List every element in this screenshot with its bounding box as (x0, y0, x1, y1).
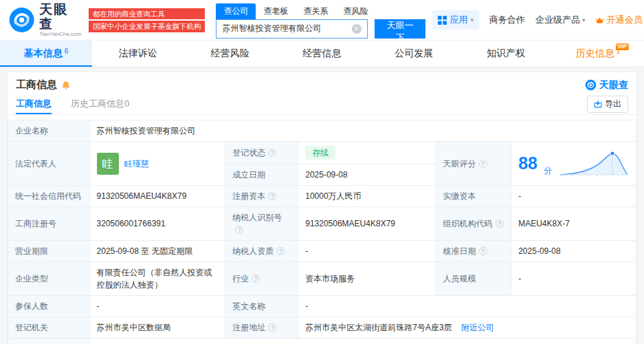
table-row: 工商注册号 320506001766391 纳税人识别号 91320506MAE… (8, 207, 636, 241)
info-icon[interactable] (479, 247, 487, 255)
label-registration-status: 登记状态 (225, 142, 298, 164)
card-brand-text: 天眼查 (599, 79, 628, 92)
info-icon[interactable] (268, 149, 276, 157)
search-tab-boss[interactable]: 查老板 (256, 3, 296, 19)
search-tabs: 查公司 查老板 查关系 查风险 (216, 3, 425, 19)
value-registration-status: 存续 (298, 142, 436, 164)
tab-operation-info[interactable]: 经营信息 (276, 41, 368, 67)
clear-icon[interactable] (352, 24, 362, 34)
tab-company-development-label: 公司发展 (395, 47, 433, 60)
label-business-term: 营业期限 (8, 241, 90, 262)
table-row: 企业名称 苏州智核投资管理有限公司 (8, 120, 636, 142)
enterprise-products-menu[interactable]: 企业级产品 (535, 14, 586, 26)
value-business-term: 2025-09-08 至 无固定期限 (89, 241, 225, 262)
value-organization-code: MAEU4K8X-7 (511, 207, 636, 241)
value-taxpayer-qualification: - (298, 241, 436, 262)
score-value: 88 (518, 155, 537, 172)
tab-basic-info-label: 基本信息 (24, 47, 63, 60)
subtab-history-business-info[interactable]: 历史工商信息0 (71, 94, 129, 114)
table-row: 统一社会信用代码 91320506MAEU4K8X79 注册资本 10000万人… (8, 186, 636, 207)
value-insured-count: - (89, 296, 225, 317)
tab-operation-info-label: 经营信息 (303, 47, 342, 60)
tianyancha-logo-icon (585, 79, 597, 91)
subtab-business-info[interactable]: 工商信息 (16, 94, 52, 114)
info-icon[interactable] (479, 160, 487, 168)
info-icon[interactable] (252, 275, 260, 283)
apps-grid-icon (438, 16, 447, 25)
info-icon[interactable] (268, 192, 276, 200)
subscribe-bell-icon[interactable] (61, 80, 71, 90)
tab-company-development[interactable]: 公司发展 (368, 41, 460, 67)
status-badge: 存续 (305, 146, 335, 160)
label-industry: 行业 (225, 262, 298, 296)
tab-legal-litigation[interactable]: 法律诉讼 (92, 41, 184, 67)
registered-address-text: 苏州市吴中区太湖街道前珠路7号A座3层 (305, 323, 452, 332)
open-membership-menu[interactable]: 开通会员 (595, 14, 644, 26)
value-credit-code: 91320506MAEU4K8X79 (89, 186, 225, 207)
value-taxpayer-id: 91320506MAEU4K8X79 (298, 207, 436, 241)
company-section-tabs: 基本信息 6 法律诉讼 经营风险 经营信息 公司发展 知识产权 历史信息 1 V… (0, 40, 644, 67)
score-chart (557, 149, 629, 179)
value-legal-representative: 眭 眭瑾慧 (89, 142, 225, 186)
tab-basic-info-count: 6 (65, 47, 69, 55)
tab-history-info[interactable]: 历史信息 1 VIP (552, 41, 644, 67)
registered-address-label-text: 注册地址 (232, 323, 265, 332)
value-establish-date: 2025-09-08 (298, 164, 436, 186)
label-english-name: 英文名称 (225, 296, 298, 317)
tab-basic-info[interactable]: 基本信息 6 (0, 41, 92, 67)
taxpayer-qualification-label-text: 纳税人资质 (232, 246, 274, 256)
value-registered-capital: 10000万人民币 (298, 186, 436, 207)
value-company-name: 苏州智核投资管理有限公司 (89, 120, 636, 142)
search-area: 查公司 查老板 查关系 查风险 天眼一下 (216, 2, 425, 39)
label-business-scope: 经营范围 (8, 338, 90, 344)
info-icon[interactable] (268, 323, 276, 332)
export-button[interactable]: 导出 (587, 96, 628, 113)
label-registration-authority: 登记机关 (8, 317, 90, 338)
search-tab-risk[interactable]: 查风险 (335, 3, 375, 19)
table-row: 参保人数 - 英文名称 - (8, 296, 636, 317)
value-approval-date: 2025-09-08 (511, 241, 636, 262)
value-tianyan-score: 88 分 (511, 142, 636, 186)
label-organization-code: 组织机构代码 (436, 207, 511, 241)
value-registration-authority: 苏州市吴中区数据局 (89, 317, 225, 338)
tab-intellectual-property[interactable]: 知识产权 (460, 41, 552, 67)
approval-date-label-text: 核准日期 (443, 246, 476, 256)
export-label: 导出 (605, 98, 621, 110)
tianyancha-logo[interactable]: 天眼查 TianYanCha.com (8, 3, 82, 38)
taxpayer-id-label-text: 纳税人识别号 (232, 213, 282, 222)
search-tab-company[interactable]: 查公司 (216, 3, 256, 19)
value-company-type: 有限责任公司（非自然人投资或控股的法人独资） (89, 262, 225, 296)
top-right-nav: 应用 商务合作 企业级产品 开通会员 (432, 10, 644, 30)
label-registration-number: 工商注册号 (8, 207, 90, 241)
registered-capital-label-text: 注册资本 (232, 191, 265, 201)
chevron-down-icon (582, 17, 586, 23)
label-staff-size: 人员规模 (436, 262, 511, 296)
tab-legal-litigation-label: 法律诉讼 (119, 47, 157, 60)
search-input[interactable] (222, 24, 351, 34)
label-legal-representative: 法定代表人 (8, 142, 90, 186)
value-business-scope: 一般项目：股权投资；创业投资（限投资未上市企业）；以自有资金从事投资活动；融资咨… (89, 338, 636, 344)
label-tianyan-score: 天眼评分 (436, 142, 511, 186)
promo-line-2: 国家中小企业发展子基金旗下机构 (89, 21, 206, 32)
tianyan-score-label-text: 天眼评分 (443, 159, 476, 169)
score-unit: 分 (544, 164, 552, 179)
value-industry: 资本市场服务 (298, 262, 436, 296)
label-taxpayer-qualification: 纳税人资质 (225, 241, 298, 262)
export-icon (594, 100, 602, 108)
info-icon[interactable] (276, 247, 285, 255)
search-box[interactable] (216, 19, 367, 39)
chevron-down-icon (470, 17, 474, 23)
legal-rep-name-link[interactable]: 眭瑾慧 (124, 158, 149, 170)
tab-operation-risk[interactable]: 经营风险 (184, 41, 276, 67)
info-icon[interactable] (496, 219, 504, 228)
label-paid-capital: 实缴资本 (436, 186, 511, 207)
vip-badge: VIP (616, 43, 629, 50)
business-cooperation-link[interactable]: 商务合作 (489, 14, 525, 26)
search-button[interactable]: 天眼一下 (375, 19, 426, 39)
info-icon[interactable] (235, 226, 243, 234)
search-tab-relation[interactable]: 查关系 (296, 3, 335, 19)
nearby-companies-link[interactable]: 附近公司 (461, 323, 494, 332)
business-info-subtabs: 工商信息 历史工商信息0 导出 (8, 94, 636, 115)
registration-status-label-text: 登记状态 (232, 148, 265, 158)
apps-menu[interactable]: 应用 (432, 10, 479, 30)
